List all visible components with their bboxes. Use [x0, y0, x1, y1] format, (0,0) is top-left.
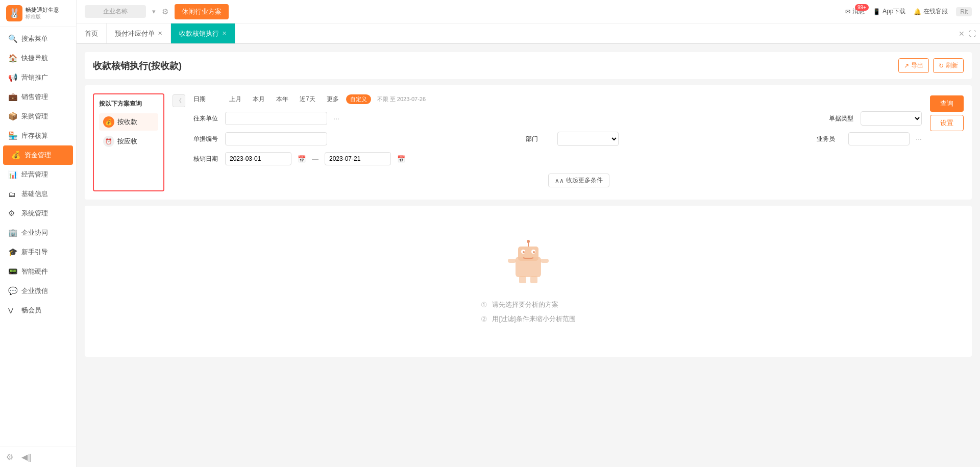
- billno-dept-row: 单据编号 部门 业务员 ···: [193, 132, 922, 146]
- verify-start-input[interactable]: [225, 152, 291, 165]
- tab-home[interactable]: 首页: [77, 23, 107, 43]
- nav-icon: 📊: [8, 170, 17, 179]
- empty-state: ① 请先选择要分析的方案 ② 用[过滤]条件来缩小分析范围: [85, 206, 972, 357]
- partner-input[interactable]: [225, 112, 327, 125]
- filter-sidebar: 按以下方案查询 💰 按收款 ⏰ 按应收: [93, 93, 164, 191]
- verify-end-input[interactable]: [325, 152, 391, 165]
- sidebar-bottom: ⚙ ◀‖: [0, 447, 76, 467]
- filter-actions: 查询 设置: [930, 95, 964, 131]
- receivable-icon: ⏰: [103, 136, 114, 147]
- sidebar: 🐰 畅捷通好生意 标准版 🔍搜索菜单🏠快捷导航📢营销推广💼销售管理📦采购管理🏪库…: [0, 0, 77, 467]
- tab-receipt-verify[interactable]: 收款核销执行 ✕: [171, 23, 235, 43]
- nav-icon: 💬: [8, 286, 17, 296]
- logo-icon: 🐰: [6, 5, 22, 21]
- solution-button[interactable]: 休闲行业方案: [175, 4, 229, 19]
- verify-end-calendar-icon[interactable]: 📅: [397, 155, 405, 163]
- date-last-7-days[interactable]: 近7天: [296, 93, 320, 105]
- sidebar-item-智能硬件[interactable]: 📟智能硬件: [0, 262, 76, 281]
- logo-sub: 标准版: [26, 13, 59, 20]
- tab-receipt-close[interactable]: ✕: [222, 30, 227, 37]
- filter-by-receipt[interactable]: 💰 按收款: [99, 113, 158, 131]
- date-this-month[interactable]: 本月: [249, 93, 269, 105]
- employee-input[interactable]: [848, 132, 910, 145]
- app-download-button[interactable]: 📱 App下载: [873, 7, 905, 16]
- sidebar-item-企业微信[interactable]: 💬企业微信: [0, 281, 76, 301]
- sidebar-item-搜索菜单[interactable]: 🔍搜索菜单: [0, 29, 76, 48]
- svg-rect-9: [541, 259, 549, 263]
- dept-label: 部门: [526, 135, 551, 143]
- tab-prepay[interactable]: 预付冲应付单 ✕: [107, 23, 171, 43]
- sidebar-item-经营管理[interactable]: 📊经营管理: [0, 165, 76, 184]
- query-button[interactable]: 查询: [930, 95, 964, 112]
- sidebar-item-基础信息[interactable]: 🗂基础信息: [0, 184, 76, 204]
- gear-icon[interactable]: ⚙: [162, 7, 168, 16]
- bill-no-input[interactable]: [225, 132, 327, 145]
- user-avatar[interactable]: Rit: [956, 7, 972, 16]
- logo-area: 🐰 畅捷通好生意 标准版: [0, 0, 76, 27]
- nav-icon: 🗂: [8, 190, 17, 199]
- sidebar-item-营销推广[interactable]: 📢营销推广: [0, 68, 76, 87]
- collapse-more-button[interactable]: ∧∧ 收起更多条件: [548, 174, 609, 187]
- online-service-button[interactable]: 🔔 在线客服: [914, 7, 948, 16]
- date-more[interactable]: 更多: [323, 93, 343, 105]
- brand-dropdown-arrow[interactable]: ▾: [152, 8, 156, 15]
- sidebar-item-采购管理[interactable]: 📦采购管理: [0, 107, 76, 126]
- dept-select[interactable]: [557, 132, 619, 146]
- nav-icon: 📦: [8, 112, 17, 121]
- bill-type-select[interactable]: [861, 111, 922, 126]
- service-icon: 🔔: [914, 8, 921, 15]
- brand-selector[interactable]: 企业名称: [85, 5, 146, 18]
- employee-more-icon[interactable]: ···: [916, 135, 922, 143]
- message-button[interactable]: ✉ 消息 99+: [845, 7, 865, 16]
- date-last-month[interactable]: 上月: [225, 93, 246, 105]
- verify-date-row: 核销日期 📅 — 📅: [193, 152, 922, 165]
- partner-billtype-row: 往来单位 ··· 单据类型: [193, 111, 922, 126]
- page-title: 收款核销执行(按收款): [93, 60, 182, 72]
- sidebar-item-畅会员[interactable]: V畅会员: [0, 301, 76, 320]
- sidebar-item-快捷导航[interactable]: 🏠快捷导航: [0, 48, 76, 68]
- partner-more-icon[interactable]: ···: [333, 114, 339, 122]
- svg-rect-8: [508, 259, 516, 263]
- phone-icon: 📱: [873, 8, 880, 15]
- tab-maximize[interactable]: ⛶: [969, 30, 976, 38]
- collapse-icon[interactable]: ◀‖: [21, 452, 32, 462]
- topbar: 企业名称 ▾ ⚙ 休闲行业方案 ✉ 消息 99+ 📱 App下载 🔔 在线客服 …: [77, 0, 980, 23]
- svg-rect-7: [530, 276, 537, 283]
- tab-close-all[interactable]: ✕: [959, 30, 965, 38]
- message-icon: ✉: [845, 8, 850, 15]
- refresh-button[interactable]: ↻ 刷新: [933, 58, 964, 73]
- svg-point-11: [527, 240, 530, 243]
- settings-icon[interactable]: ⚙: [6, 452, 13, 462]
- bill-no-label: 单据编号: [193, 135, 219, 143]
- date-custom-tag[interactable]: 自定义: [346, 94, 371, 104]
- verify-start-calendar-icon[interactable]: 📅: [298, 155, 306, 163]
- main-area: 企业名称 ▾ ⚙ 休闲行业方案 ✉ 消息 99+ 📱 App下载 🔔 在线客服 …: [77, 0, 980, 467]
- tab-prepay-close[interactable]: ✕: [158, 30, 162, 37]
- nav-icon: 🏠: [8, 54, 17, 63]
- content-area: 收款核销执行(按收款) ↗ 导出 ↻ 刷新 按以下方案查询 💰 按收款: [77, 44, 980, 467]
- sidebar-item-销售管理[interactable]: 💼销售管理: [0, 87, 76, 107]
- sidebar-item-系统管理[interactable]: ⚙系统管理: [0, 204, 76, 223]
- sidebar-item-资金管理[interactable]: 💰资金管理: [3, 145, 73, 165]
- filter-sidebar-title: 按以下方案查询: [99, 100, 158, 108]
- setting-button[interactable]: 设置: [930, 115, 964, 131]
- logo-text: 畅捷通好生意: [26, 6, 59, 13]
- employee-label: 业务员: [817, 135, 842, 143]
- filter-form: 日期 上月 本月 本年 近7天 更多 自定义 不限 至 2023-07-26: [193, 93, 964, 191]
- nav-icon: 📢: [8, 73, 17, 82]
- nav-icon: 🔍: [8, 34, 17, 43]
- svg-rect-6: [519, 276, 526, 283]
- sidebar-item-企业协同[interactable]: 🏢企业协同: [0, 223, 76, 242]
- filter-by-receivable[interactable]: ⏰ 按应收: [99, 133, 158, 150]
- nav-icon: 📟: [8, 267, 17, 276]
- sidebar-item-库存核算[interactable]: 🏪库存核算: [0, 126, 76, 145]
- date-this-year[interactable]: 本年: [272, 93, 292, 105]
- bill-type-label: 单据类型: [829, 114, 854, 123]
- export-button[interactable]: ↗ 导出: [898, 58, 929, 73]
- nav-icon: 🏢: [8, 228, 17, 237]
- collapse-more-row: ∧∧ 收起更多条件: [193, 174, 964, 187]
- filter-collapse-button[interactable]: 《: [173, 94, 185, 107]
- sidebar-item-新手引导[interactable]: 🎓新手引导: [0, 242, 76, 262]
- tabbar: 首页 预付冲应付单 ✕ 收款核销执行 ✕ ✕ ⛶: [77, 23, 980, 44]
- filter-panel: 按以下方案查询 💰 按收款 ⏰ 按应收 《 日期: [85, 85, 972, 200]
